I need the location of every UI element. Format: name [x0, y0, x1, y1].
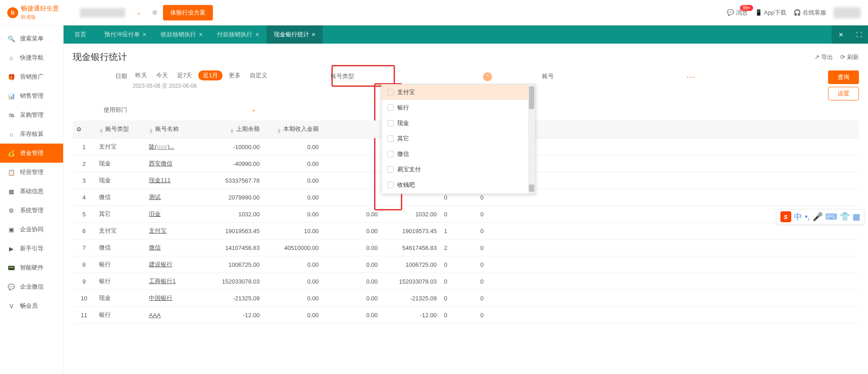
- ime-toolbox-icon[interactable]: ▦: [853, 212, 860, 222]
- column-header[interactable]: ▲▼账号类型: [95, 120, 145, 139]
- export-button[interactable]: ↗ 导出: [814, 53, 833, 61]
- search-icon: 🔍: [7, 35, 15, 43]
- date-filter-label: 日期: [100, 70, 127, 80]
- sidebar-item-home[interactable]: ⌂快捷导航: [0, 48, 63, 67]
- account-name-link[interactable]: 旧金: [149, 210, 161, 217]
- checkbox[interactable]: [387, 120, 394, 126]
- message-icon: 💬: [727, 9, 734, 16]
- sidebar-item-play[interactable]: ▶新手引导: [0, 239, 63, 258]
- account-name-link[interactable]: 中国银行: [149, 294, 173, 301]
- close-icon[interactable]: ×: [199, 31, 202, 38]
- account-name-link[interactable]: 支付宝: [149, 227, 167, 234]
- tab[interactable]: 收款核销执行×: [153, 25, 210, 44]
- account-name-link[interactable]: 西安微信: [149, 160, 173, 167]
- date-preset[interactable]: 今天: [153, 70, 171, 80]
- checkbox[interactable]: [387, 166, 394, 173]
- account-name-link[interactable]: 工商银行1: [149, 278, 176, 284]
- more-filters-button[interactable]: ...: [686, 70, 696, 80]
- tab[interactable]: 付款核销执行×: [210, 25, 266, 44]
- date-preset[interactable]: 近1月: [198, 70, 222, 80]
- gear-icon[interactable]: ⚙: [152, 9, 158, 16]
- dropdown-option[interactable]: 支付宝: [382, 85, 535, 100]
- dropdown-option[interactable]: 微信: [382, 146, 535, 162]
- sidebar-item-device[interactable]: 📟智能硬件: [0, 258, 63, 277]
- sidebar-item-chat[interactable]: 💬企业微信: [0, 277, 63, 296]
- table-row: 8 银行 建设银行 1006725.00 0.00 0.00 1006725.0…: [73, 256, 859, 273]
- sidebar-item-gear[interactable]: ⚙系统管理: [0, 201, 63, 220]
- ime-voice-icon[interactable]: 🎤: [813, 212, 823, 222]
- tab[interactable]: 首页: [64, 25, 97, 44]
- dropdown-option[interactable]: 银行: [382, 100, 535, 115]
- table-row: 9 银行 工商银行1 152033078.03 0.00 0.00 152033…: [73, 273, 859, 290]
- sidebar-item-grid[interactable]: ▦基础信息: [0, 182, 63, 201]
- account-type-filter-input[interactable]: ⌃: [360, 70, 496, 84]
- query-button[interactable]: 查询: [828, 70, 859, 84]
- scrollbar[interactable]: [528, 85, 535, 194]
- account-name-link[interactable]: 现金111: [149, 177, 171, 184]
- account-name-link[interactable]: AAA: [149, 312, 161, 319]
- checkbox[interactable]: [387, 135, 394, 142]
- sidebar-item-team[interactable]: ▣企业协同: [0, 220, 63, 239]
- refresh-button[interactable]: ⟳ 刷新: [840, 53, 859, 61]
- dropdown-option[interactable]: 现金: [382, 115, 535, 131]
- checkbox[interactable]: [387, 151, 394, 157]
- close-all-tabs-button[interactable]: ✕: [832, 25, 850, 44]
- table-row: 11 银行 AAA -12.00 0.00 0.00 -12.00 0 0: [73, 307, 859, 324]
- ime-skin-icon[interactable]: 👕: [840, 212, 850, 222]
- column-header[interactable]: ▲▼上期余额: [204, 120, 263, 139]
- user-avatar[interactable]: [833, 7, 861, 18]
- chevron-up-icon[interactable]: ⌃: [483, 72, 492, 81]
- date-preset[interactable]: 更多: [226, 70, 243, 80]
- account-name-link[interactable]: 陡(○○○)...: [149, 143, 174, 150]
- settings-button[interactable]: 设置: [828, 87, 859, 100]
- checkbox[interactable]: [387, 105, 394, 111]
- tab[interactable]: 现金银行统计×: [266, 25, 323, 44]
- ime-keyboard-icon[interactable]: ⌨: [825, 212, 837, 222]
- message-button[interactable]: 💬 消息 99+: [727, 9, 748, 17]
- dept-filter-input[interactable]: ⌄: [133, 104, 260, 115]
- account-filter-label: 账号: [527, 70, 554, 80]
- gear-icon[interactable]: ⚙: [76, 126, 82, 133]
- dropdown-option[interactable]: 收钱吧: [382, 177, 535, 193]
- online-service-button[interactable]: 🎧 在线客服: [794, 9, 826, 17]
- close-icon[interactable]: ×: [143, 31, 146, 38]
- close-icon[interactable]: ×: [312, 31, 316, 38]
- column-header[interactable]: ▲▼本期收入金额: [263, 120, 322, 139]
- dropdown-option[interactable]: 长沙银行: [382, 193, 535, 194]
- tab[interactable]: 预付冲应付单×: [97, 25, 153, 44]
- column-header[interactable]: [322, 120, 381, 139]
- account-filter-input[interactable]: [559, 70, 686, 75]
- ime-punct-icon[interactable]: •,: [805, 212, 810, 222]
- device-icon: 📟: [7, 264, 15, 272]
- scroll-down-icon[interactable]: [529, 185, 534, 192]
- sidebar-item-money[interactable]: 💰资金管理: [0, 144, 63, 163]
- account-name-link[interactable]: 测试: [149, 194, 161, 200]
- checkbox[interactable]: [387, 89, 394, 95]
- sidebar-item-gift[interactable]: 🎁营销推广: [0, 67, 63, 86]
- sidebar-item-label: 企业微信: [20, 283, 44, 291]
- sidebar-item-chart[interactable]: 📊销售管理: [0, 86, 63, 105]
- date-preset[interactable]: 昨天: [133, 70, 150, 80]
- company-selector[interactable]: ⌄ ⚙: [80, 8, 163, 17]
- account-name-link[interactable]: 建设银行: [149, 261, 173, 268]
- sidebar-item-bag[interactable]: 🛍采购管理: [0, 105, 63, 125]
- column-header[interactable]: ⚙: [73, 120, 95, 139]
- sidebar-item-doc[interactable]: 📋经营管理: [0, 163, 63, 182]
- sidebar-item-vip[interactable]: V畅会员: [0, 296, 63, 315]
- account-name-link[interactable]: 微信: [149, 244, 161, 251]
- sidebar-item-calc[interactable]: ⌂库存核算: [0, 125, 63, 144]
- sidebar-item-search[interactable]: 🔍搜索菜单: [0, 29, 63, 48]
- brand-edition: 标准版: [21, 14, 59, 20]
- dropdown-option[interactable]: 其它: [382, 131, 535, 146]
- app-download-button[interactable]: 📱 App下载: [755, 9, 786, 17]
- close-icon[interactable]: ×: [255, 31, 259, 38]
- dropdown-option[interactable]: 易宝支付: [382, 162, 535, 177]
- date-preset[interactable]: 近7天: [174, 70, 195, 80]
- column-header[interactable]: ▲▼账号名称: [145, 120, 204, 139]
- ime-lang-toggle[interactable]: 中: [794, 211, 802, 222]
- experience-plan-button[interactable]: 体验行业方案: [163, 5, 213, 20]
- sogou-ime-icon[interactable]: S: [780, 211, 791, 222]
- date-preset[interactable]: 自定义: [247, 70, 270, 80]
- fullscreen-button[interactable]: ⛶: [850, 25, 868, 44]
- checkbox[interactable]: [387, 182, 394, 188]
